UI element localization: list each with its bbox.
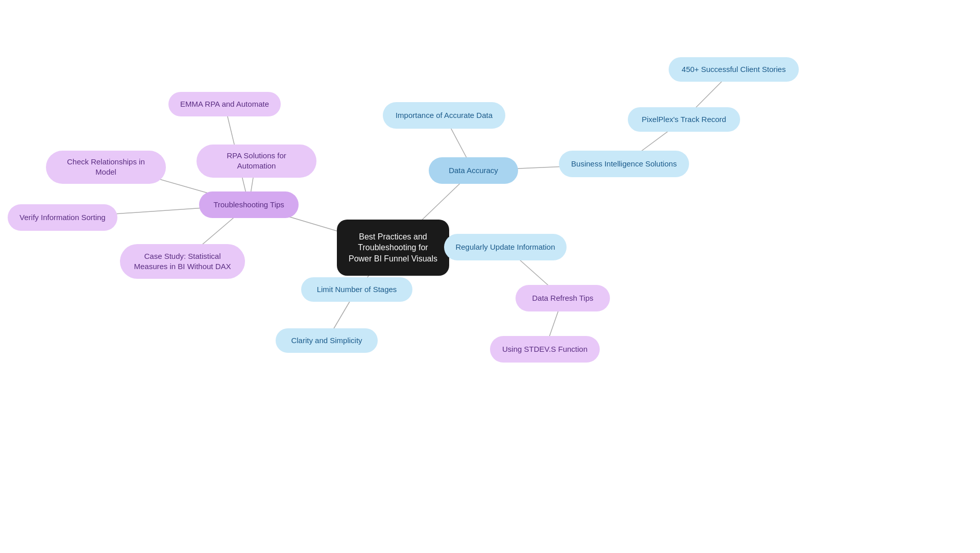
node-center[interactable]: Best Practices and Troubleshooting for P… [337,220,449,276]
node-emma-rpa[interactable]: EMMA RPA and Automate [168,92,281,116]
node-rpa-solutions[interactable]: RPA Solutions for Automation [197,145,316,178]
node-importance-accurate[interactable]: Importance of Accurate Data [383,102,505,129]
node-verify-sorting[interactable]: Verify Information Sorting [8,204,117,231]
node-limit-stages[interactable]: Limit Number of Stages [301,277,412,302]
node-check-relationships[interactable]: Check Relationships in Model [46,151,166,184]
mind-map-canvas: Best Practices and Troubleshooting for P… [0,0,980,553]
node-business-intel[interactable]: Business Intelligence Solutions [559,151,689,177]
node-stdev[interactable]: Using STDEV.S Function [490,336,600,363]
node-troubleshooting[interactable]: Troubleshooting Tips [199,191,299,218]
node-pixelplex-track[interactable]: PixelPlex's Track Record [628,107,740,132]
node-case-study[interactable]: Case Study: Statistical Measures in BI W… [120,244,245,279]
node-data-accuracy[interactable]: Data Accuracy [429,157,518,184]
node-regularly-update[interactable]: Regularly Update Information [444,234,567,260]
node-client-stories[interactable]: 450+ Successful Client Stories [669,57,799,82]
node-clarity[interactable]: Clarity and Simplicity [276,328,378,353]
node-data-refresh[interactable]: Data Refresh Tips [516,285,610,311]
